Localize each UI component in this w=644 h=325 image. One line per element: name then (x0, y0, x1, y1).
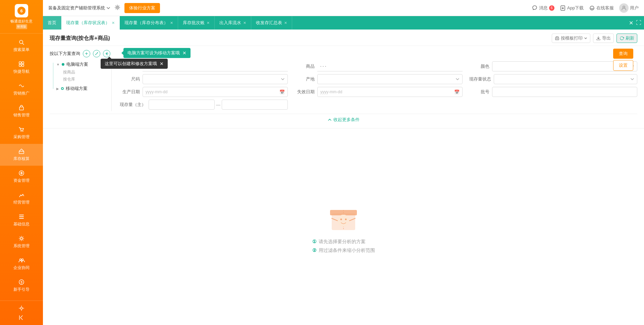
mfg-date-input[interactable]: yyyy-mm-dd 📅 (143, 87, 288, 97)
sidebar-item-quick-nav[interactable]: 快捷导航 (0, 57, 43, 78)
filter-origin-row: 产地 (294, 74, 463, 84)
topbar-user-btn[interactable]: 用户 (619, 3, 639, 13)
sidebar: 6 畅通道好生意 标准版 搜索菜单 快捷导航 营销推广 销售管理 采购管理 库存 (0, 0, 43, 325)
tab-inventory-status[interactable]: 现存量（库存状况表） ✕ (61, 16, 120, 30)
sidebar-item-finance[interactable]: 资金管理 (0, 166, 43, 187)
tab-stock-flow-close[interactable]: ✕ (243, 21, 246, 25)
exp-date-calendar-icon[interactable]: 📅 (454, 90, 460, 95)
topbar-cta-button[interactable]: 体验行业方案 (124, 3, 160, 13)
tab-inventory-batch-close[interactable]: ✕ (207, 21, 210, 25)
size-dropdown-icon (281, 77, 285, 81)
svg-rect-8 (19, 107, 23, 110)
filter-edit-scheme-btn[interactable] (93, 50, 100, 57)
tab-stock-flow-label: 出入库流水 (219, 20, 241, 26)
export-button[interactable]: 导出 (593, 34, 614, 43)
export-label: 导出 (602, 35, 611, 41)
exp-date-label: 失效日期 (294, 89, 315, 95)
tab-inventory-dist[interactable]: 现存量（库存分布表） ✕ (120, 16, 178, 30)
filter-stock-status-row: 现存量状态 (469, 74, 637, 84)
tab-stock-flow[interactable]: 出入库流水 ✕ (215, 16, 251, 30)
message-badge: 6 (549, 5, 554, 11)
filter-tooltip-scheme: 电脑方案可设为移动方案哦 ✕ (123, 48, 191, 58)
sidebar-item-purchase-label: 采购管理 (13, 134, 30, 140)
app-name: 畅通道好生意 (10, 19, 33, 23)
tabs-close-all-btn[interactable]: ✕ (629, 20, 633, 26)
svg-rect-6 (19, 64, 21, 66)
scheme-tree-item-pc[interactable]: ▼ 电脑端方案 (50, 60, 103, 69)
filter-goods-row: 商品 ··· (294, 61, 463, 71)
sidebar-collapse-btn[interactable] (18, 314, 25, 321)
exp-date-input[interactable]: yyyy-mm-dd 📅 (317, 87, 463, 97)
sidebar-item-finance-label: 资金管理 (13, 178, 30, 183)
sidebar-logo: 6 畅通道好生意 标准版 (0, 0, 43, 34)
print-label: 按模板打印 (561, 35, 583, 41)
sidebar-item-marketing-label: 营销推广 (13, 91, 30, 96)
filter-tooltip-scheme-close[interactable]: ✕ (182, 50, 186, 56)
scheme-tree-item-mobile[interactable]: ▶ 移动端方案 (50, 84, 103, 93)
tab-inventory-dist-close[interactable]: ✕ (170, 21, 173, 25)
filter-back-btn[interactable] (103, 50, 110, 57)
sidebar-item-purchase[interactable]: 采购管理 (0, 122, 43, 144)
sidebar-settings-btn[interactable] (18, 305, 25, 312)
batch-label: 批号 (469, 89, 489, 95)
sidebar-item-sales[interactable]: 销售管理 (0, 100, 43, 122)
topbar-message-btn[interactable]: 消息 6 (532, 5, 554, 11)
tab-collect-summary-close[interactable]: ✕ (284, 21, 287, 25)
reset-button[interactable]: 设置 (613, 60, 633, 71)
filter-add-scheme-btn[interactable]: + (83, 50, 90, 57)
sidebar-item-inventory[interactable]: 库存核算 (0, 144, 43, 166)
filter-collapse-btn[interactable]: 收起更多条件 (50, 114, 637, 124)
topbar-online-service-btn[interactable]: 在线客服 (589, 5, 614, 11)
app-logo-icon: 6 (15, 4, 28, 17)
size-select[interactable] (143, 74, 288, 84)
refresh-button[interactable]: 刷新 (616, 34, 637, 43)
scheme-dot-pc (62, 63, 64, 66)
scheme-tree-sub-1[interactable]: 按商品 (63, 69, 103, 76)
filter-tooltip-scheme2-close[interactable]: ✕ (160, 61, 164, 66)
batch-input[interactable] (492, 87, 637, 97)
scheme-sub-label: 按商品 (63, 69, 75, 75)
query-button[interactable]: 查询 (613, 49, 633, 59)
sidebar-item-marketing[interactable]: 营销推广 (0, 78, 43, 100)
tab-collect-summary[interactable]: 收发存汇总表 ✕ (251, 16, 292, 30)
svg-point-9 (21, 131, 22, 132)
print-button[interactable]: 按模板打印 (552, 34, 590, 43)
mfg-date-label: 生产日期 (120, 89, 140, 95)
stock-status-select[interactable] (494, 74, 637, 84)
stock-main-min-input[interactable] (149, 100, 215, 110)
topbar-settings-btn[interactable] (114, 4, 120, 11)
svg-rect-7 (22, 64, 24, 66)
sidebar-item-base[interactable]: 基础信息 (0, 209, 43, 231)
sidebar-item-system-label: 系统管理 (13, 243, 30, 249)
goods-select[interactable]: ··· (317, 61, 463, 71)
tab-inventory-status-close[interactable]: ✕ (112, 21, 115, 25)
sidebar-item-quick-nav-label: 快捷导航 (13, 69, 30, 74)
sidebar-item-operations[interactable]: 经营管理 (0, 187, 43, 209)
svg-point-16 (20, 237, 22, 239)
tab-home[interactable]: 首页 (43, 16, 61, 30)
empty-tip-1-text: 请先选择要分析的方案 (319, 239, 366, 245)
tab-inventory-batch[interactable]: 库存批次账 ✕ (178, 16, 215, 30)
mfg-date-placeholder: yyyy-mm-dd (146, 90, 167, 94)
topbar-app-download-btn[interactable]: App下载 (560, 5, 584, 11)
svg-point-33 (337, 215, 350, 227)
sidebar-item-enterprise[interactable]: 企业协同 (0, 253, 43, 275)
sidebar-item-system[interactable]: 系统管理 (0, 231, 43, 253)
scheme-dot-mobile (61, 87, 64, 90)
svg-rect-15 (19, 218, 24, 219)
system-title-dropdown[interactable]: 装备及固定资产辅助管理系统 (48, 5, 110, 11)
filter-tooltip-scheme-text: 电脑方案可设为移动方案哦 (127, 50, 180, 56)
tabs-bar: 首页 现存量（库存状况表） ✕ 现存量（库存分布表） ✕ 库存批次账 ✕ 出入库… (43, 16, 644, 30)
sidebar-item-guide[interactable]: 新手引导 (0, 275, 43, 296)
mfg-date-calendar-icon[interactable]: 📅 (279, 90, 285, 95)
empty-state-text: ① 请先选择要分析的方案 ② 用过滤条件来缩小分析范围 (312, 239, 375, 254)
origin-select[interactable] (317, 74, 463, 84)
origin-label: 产地 (294, 76, 315, 82)
sidebar-item-search[interactable]: 搜索菜单 (0, 35, 43, 57)
tabs-maximize-btn[interactable]: ⛶ (636, 20, 641, 26)
sidebar-item-operations-label: 经营管理 (13, 200, 30, 205)
scheme-tree-sub-2[interactable]: 按仓库 (63, 76, 103, 83)
dropdown-icon (106, 6, 110, 10)
stock-main-max-input[interactable] (222, 100, 288, 110)
print-icon (555, 36, 559, 41)
